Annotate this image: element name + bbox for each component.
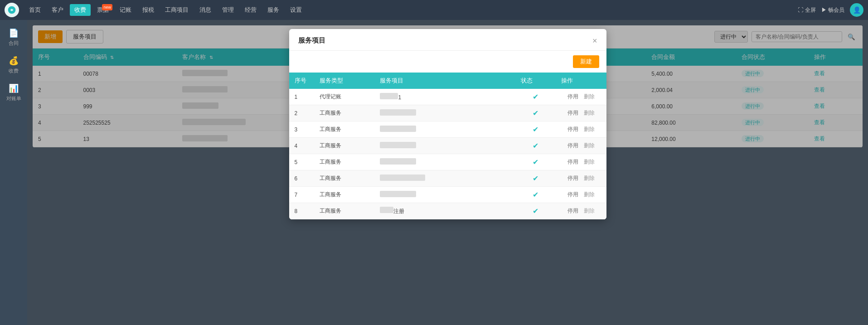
modal-title: 服务项目 <box>298 36 325 45</box>
delete-button[interactable]: 删除 <box>584 126 595 132</box>
new-badge: new <box>102 4 112 10</box>
delete-button[interactable]: 删除 <box>584 191 595 198</box>
nav-item-manage[interactable]: 管理 <box>218 4 238 16</box>
modal-close-button[interactable]: × <box>592 37 597 45</box>
main-content: 新增 服务项目 进行中 已完成 暂停 🔍 <box>27 20 868 325</box>
modal-row-action: 停用 删除 <box>556 121 606 138</box>
modal-row-action: 停用 删除 <box>556 187 606 203</box>
modal-row-item <box>374 170 515 187</box>
modal-row-item <box>374 121 515 138</box>
sidebar-item-contract[interactable]: 📄 合同 <box>2 24 25 50</box>
modal-row-seq: 1 <box>289 89 315 105</box>
delete-button[interactable]: 删除 <box>584 208 595 214</box>
list-item: 2 工商服务 ✔ 停用 删除 <box>289 105 606 121</box>
stop-button[interactable]: 停用 <box>567 110 578 116</box>
stop-button[interactable]: 停用 <box>567 93 578 100</box>
modal-row-seq: 8 <box>289 203 315 219</box>
modal-row-status: ✔ <box>515 138 556 154</box>
modal-col-seq: 序号 <box>289 73 315 89</box>
list-item: 3 工商服务 ✔ 停用 删除 <box>289 121 606 138</box>
modal-row-seq: 7 <box>289 187 315 203</box>
modal-new-button[interactable]: 新建 <box>573 55 599 68</box>
modal-row-type: 工商服务 <box>314 203 374 219</box>
delete-button[interactable]: 删除 <box>584 93 595 100</box>
modal-row-seq: 4 <box>289 138 315 154</box>
avatar[interactable]: 👤 <box>850 3 863 17</box>
modal-row-action: 停用 删除 <box>556 170 606 187</box>
nav-item-service[interactable]: 服务 <box>263 4 284 16</box>
sidebar-item-statement[interactable]: 📊 对账单 <box>2 80 25 106</box>
sidebar-label-charge: 收费 <box>9 68 19 74</box>
modal-row-seq: 6 <box>289 170 315 187</box>
nav-item-charge[interactable]: 收费 <box>70 4 91 16</box>
fullscreen-btn[interactable]: ⛶ 全屏 <box>798 6 815 14</box>
nav-item-business[interactable]: 工商项目 <box>160 4 193 16</box>
modal-row-item <box>374 154 515 170</box>
delete-button[interactable]: 删除 <box>584 142 595 149</box>
modal-row-action: 停用 删除 <box>556 105 606 121</box>
charge-icon: 💰 <box>9 56 19 66</box>
modal-row-type: 工商服务 <box>314 154 374 170</box>
main-layout: 📄 合同 💰 收费 📊 对账单 新增 服务项目 进行中 已 <box>0 20 868 325</box>
modal-table-body: 1 代理记账 1 ✔ 停用 删除 <box>289 89 606 219</box>
contract-icon: 📄 <box>9 28 19 38</box>
stop-button[interactable]: 停用 <box>567 142 578 149</box>
stop-button[interactable]: 停用 <box>567 126 578 132</box>
nav-item-client[interactable]: 客户 <box>47 4 68 16</box>
statement-icon: 📊 <box>9 83 19 93</box>
modal-row-status: ✔ <box>515 187 556 203</box>
modal-row-status: ✔ <box>515 89 556 105</box>
modal-row-item: 注册 <box>374 203 515 219</box>
modal-row-type: 代理记账 <box>314 89 374 105</box>
modal-row-item <box>374 138 515 154</box>
modal-header: 服务项目 × <box>289 29 606 51</box>
modal-row-action: 停用 删除 <box>556 154 606 170</box>
nav-item-settings[interactable]: 设置 <box>286 4 306 16</box>
nav-item-message[interactable]: 消息 <box>195 4 216 16</box>
top-navigation: 首页 客户 收费 票据 new 记账 报税 工商项目 消息 管理 经营 服务 设… <box>0 0 868 20</box>
service-items-table: 序号 服务类型 服务项目 状态 操作 1 代理记账 <box>289 73 606 219</box>
service-items-modal: 服务项目 × 新建 序号 服务类型 <box>289 29 606 219</box>
modal-row-item <box>374 105 515 121</box>
list-item: 7 工商服务 ✔ 停用 删除 <box>289 187 606 203</box>
list-item: 1 代理记账 1 ✔ 停用 删除 <box>289 89 606 105</box>
modal-row-item <box>374 187 515 203</box>
modal-row-action: 停用 删除 <box>556 89 606 105</box>
sidebar-label-contract: 合同 <box>9 40 19 47</box>
modal-scroll-container[interactable]: 序号 服务类型 服务项目 状态 操作 1 代理记账 <box>289 73 606 219</box>
modal-row-status: ✔ <box>515 105 556 121</box>
list-item: 6 工商服务 ✔ 停用 删除 <box>289 170 606 187</box>
delete-button[interactable]: 删除 <box>584 110 595 116</box>
vip-btn[interactable]: ▶ 畅会员 <box>821 6 844 14</box>
nav-item-operation[interactable]: 经营 <box>240 4 261 16</box>
modal-row-action: 停用 删除 <box>556 203 606 219</box>
modal-col-action: 操作 <box>556 73 606 89</box>
sidebar-label-statement: 对账单 <box>6 95 21 102</box>
stop-button[interactable]: 停用 <box>567 208 578 214</box>
modal-row-seq: 5 <box>289 154 315 170</box>
nav-item-bookkeeping[interactable]: 记账 <box>115 4 136 16</box>
nav-item-invoice[interactable]: 票据 new <box>92 4 113 16</box>
modal-table-header: 序号 服务类型 服务项目 状态 操作 <box>289 73 606 89</box>
delete-button[interactable]: 删除 <box>584 159 595 165</box>
modal-col-item: 服务项目 <box>374 73 515 89</box>
modal-col-status: 状态 <box>515 73 556 89</box>
modal-row-type: 工商服务 <box>314 170 374 187</box>
stop-button[interactable]: 停用 <box>567 159 578 165</box>
modal-row-type: 工商服务 <box>314 121 374 138</box>
stop-button[interactable]: 停用 <box>567 175 578 181</box>
nav-item-tax[interactable]: 报税 <box>138 4 159 16</box>
list-item: 4 工商服务 ✔ 停用 删除 <box>289 138 606 154</box>
modal-body: 新建 序号 服务类型 服务项目 状态 操作 <box>289 51 606 219</box>
sidebar-item-charge[interactable]: 💰 收费 <box>2 52 25 78</box>
list-item: 5 工商服务 ✔ 停用 删除 <box>289 154 606 170</box>
sidebar: 📄 合同 💰 收费 📊 对账单 <box>0 20 27 325</box>
stop-button[interactable]: 停用 <box>567 191 578 198</box>
modal-row-action: 停用 删除 <box>556 138 606 154</box>
delete-button[interactable]: 删除 <box>584 175 595 181</box>
modal-col-type: 服务类型 <box>314 73 374 89</box>
nav-item-home[interactable]: 首页 <box>24 4 45 16</box>
modal-row-status: ✔ <box>515 203 556 219</box>
modal-toolbar: 新建 <box>289 51 606 73</box>
modal-row-seq: 2 <box>289 105 315 121</box>
